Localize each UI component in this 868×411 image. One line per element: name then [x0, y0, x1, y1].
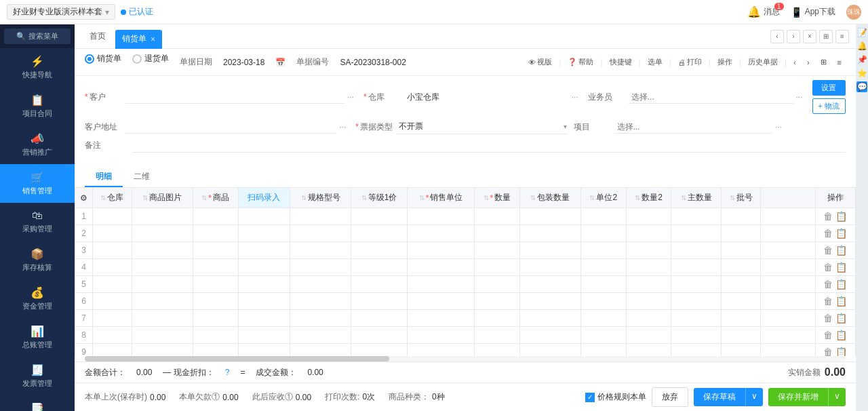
data-cell[interactable]: [238, 276, 290, 293]
data-cell[interactable]: [722, 327, 761, 344]
data-cell[interactable]: [671, 259, 722, 276]
data-cell[interactable]: [238, 225, 290, 242]
data-cell[interactable]: [408, 259, 475, 276]
data-cell[interactable]: [475, 310, 520, 327]
right-panel-icon-4[interactable]: ⭐: [856, 68, 867, 79]
data-cell[interactable]: [193, 310, 238, 327]
data-cell[interactable]: [93, 242, 132, 259]
data-cell[interactable]: [132, 242, 193, 259]
data-cell[interactable]: [132, 327, 193, 344]
data-cell[interactable]: [351, 225, 408, 242]
nav-next-btn[interactable]: ›: [803, 57, 814, 68]
history-btn[interactable]: 历史单据: [744, 56, 782, 68]
tab-grid-view-button[interactable]: ⊞: [819, 30, 833, 43]
table-row[interactable]: 9🗑📋: [75, 344, 856, 357]
data-cell[interactable]: [722, 276, 761, 293]
project-input[interactable]: [614, 121, 772, 134]
delete-icon[interactable]: 🗑: [823, 279, 833, 290]
data-cell[interactable]: [626, 225, 671, 242]
table-row[interactable]: 5🗑📋: [75, 276, 856, 293]
grid-view-btn[interactable]: ⊞: [816, 56, 831, 68]
data-cell[interactable]: [761, 310, 816, 327]
data-cell[interactable]: [132, 310, 193, 327]
data-cell[interactable]: [351, 327, 408, 344]
data-cell[interactable]: [290, 327, 351, 344]
save-draft-arrow[interactable]: ∨: [745, 388, 763, 406]
data-cell[interactable]: [761, 276, 816, 293]
tab-erwei[interactable]: 二维: [123, 168, 161, 187]
shortcuts-btn[interactable]: 快捷键: [606, 56, 636, 68]
sidebar-item-tax[interactable]: 📑 税务管理: [0, 395, 75, 411]
right-panel-icon-2[interactable]: 🔔: [856, 41, 867, 52]
sidebar-item-marketing[interactable]: 📣 营销推广: [0, 125, 75, 164]
data-cell[interactable]: [722, 259, 761, 276]
data-cell[interactable]: [238, 259, 290, 276]
settings-button[interactable]: 设置: [812, 80, 846, 96]
copy-icon[interactable]: 📋: [835, 313, 847, 324]
table-row[interactable]: 2🗑📋: [75, 225, 856, 242]
delete-icon[interactable]: 🗑: [823, 347, 833, 356]
data-cell[interactable]: [475, 327, 520, 344]
note-input[interactable]: [132, 140, 846, 153]
data-cell[interactable]: [193, 327, 238, 344]
data-cell[interactable]: [351, 310, 408, 327]
data-cell[interactable]: [93, 327, 132, 344]
copy-icon[interactable]: 📋: [835, 330, 847, 340]
project-more-icon[interactable]: ···: [772, 122, 785, 132]
address-more-icon[interactable]: ···: [336, 122, 349, 132]
sidebar-item-sales[interactable]: 🛒 销售管理: [0, 164, 75, 203]
table-view-btn[interactable]: ≡: [833, 57, 846, 68]
view-btn[interactable]: 👁 视版: [524, 56, 556, 68]
data-cell[interactable]: [408, 293, 475, 310]
col-gear[interactable]: ⚙: [75, 188, 93, 208]
warehouse-more-icon[interactable]: ···: [569, 92, 581, 102]
data-cell[interactable]: [193, 242, 238, 259]
data-cell[interactable]: [290, 208, 351, 225]
data-cell[interactable]: [290, 293, 351, 310]
tab-close-icon[interactable]: ×: [151, 35, 155, 44]
data-cell[interactable]: [671, 293, 722, 310]
data-cell[interactable]: [626, 310, 671, 327]
tab-list-view-button[interactable]: ≡: [835, 30, 849, 43]
tab-mingxi[interactable]: 明细: [85, 168, 123, 187]
data-cell[interactable]: [761, 208, 816, 225]
data-cell[interactable]: [132, 259, 193, 276]
data-cell[interactable]: [93, 259, 132, 276]
help-btn[interactable]: ❓ 帮助: [564, 56, 597, 68]
data-cell[interactable]: [351, 276, 408, 293]
horizontal-scrollbar[interactable]: [85, 356, 846, 361]
data-cell[interactable]: [519, 276, 580, 293]
data-cell[interactable]: [722, 293, 761, 310]
delete-icon[interactable]: 🗑: [823, 262, 833, 273]
notification-button[interactable]: 🔔 1 消息: [747, 5, 780, 18]
data-cell[interactable]: [519, 293, 580, 310]
data-cell[interactable]: [519, 208, 580, 225]
data-cell[interactable]: [671, 242, 722, 259]
data-cell[interactable]: [238, 344, 290, 357]
price-rule-checkbox-item[interactable]: ✓ 价格规则本单: [585, 391, 646, 403]
data-cell[interactable]: [238, 242, 290, 259]
user-avatar[interactable]: 珠珠: [846, 5, 861, 20]
data-cell[interactable]: [626, 259, 671, 276]
data-cell[interactable]: [626, 276, 671, 293]
data-cell[interactable]: [626, 344, 671, 357]
copy-icon[interactable]: 📋: [835, 228, 847, 239]
data-cell[interactable]: [132, 293, 193, 310]
data-cell[interactable]: [290, 344, 351, 357]
data-cell[interactable]: [238, 208, 290, 225]
data-cell[interactable]: [475, 225, 520, 242]
data-cell[interactable]: [238, 327, 290, 344]
delete-icon[interactable]: 🗑: [823, 330, 833, 340]
data-cell[interactable]: [671, 225, 722, 242]
customer-more-icon[interactable]: ···: [344, 92, 357, 102]
data-cell[interactable]: [408, 327, 475, 344]
save-new-arrow[interactable]: ∨: [828, 388, 846, 406]
delete-icon[interactable]: 🗑: [823, 245, 833, 256]
data-cell[interactable]: [475, 259, 520, 276]
app-download-button[interactable]: 📱 App下载: [791, 6, 835, 18]
data-cell[interactable]: [580, 344, 626, 357]
data-cell[interactable]: [671, 310, 722, 327]
data-cell[interactable]: [93, 344, 132, 357]
table-row[interactable]: 4🗑📋: [75, 259, 856, 276]
copy-icon[interactable]: 📋: [835, 245, 847, 256]
